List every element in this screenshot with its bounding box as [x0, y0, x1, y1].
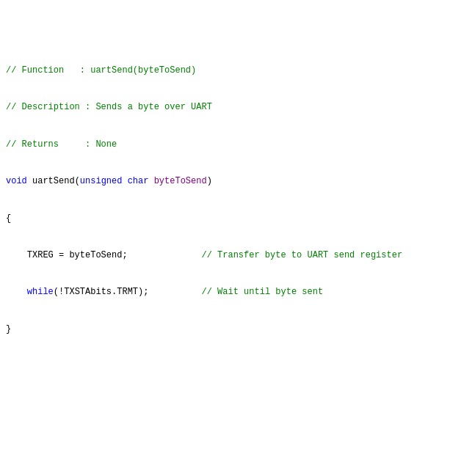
function-uartSend: // Function : uartSend(byteToSend) // De…	[6, 40, 444, 360]
brace-open: {	[6, 213, 444, 225]
code-line: TXREG = byteToSend; // Transfer byte to …	[6, 249, 444, 262]
code-line: while(!TXSTAbits.TRMT); // Wait until by…	[6, 286, 444, 299]
comment-line: // Description : Sends a byte over UART	[6, 101, 444, 114]
code-editor: // Function : uartSend(byteToSend) // De…	[0, 0, 450, 476]
brace-close: }	[6, 323, 444, 336]
comment-line: // Function : uartSend(byteToSend)	[6, 65, 444, 77]
comment-line: // Returns : None	[6, 139, 444, 151]
signature-line: void uartSend(unsigned char byteToSend)	[6, 175, 444, 188]
